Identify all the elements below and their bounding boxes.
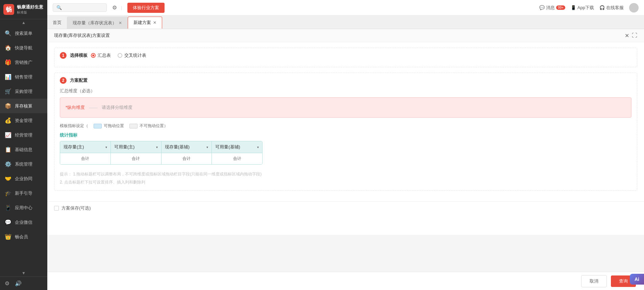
sidebar-item-basic-info[interactable]: 📋 基础信息 (0, 142, 47, 157)
sidebar-item-search-menu[interactable]: 🔍 搜索菜单 (0, 26, 47, 41)
volume-icon[interactable]: 🔊 (15, 280, 22, 287)
phone-icon: 📱 (571, 5, 576, 10)
radio-cross-dot (118, 53, 122, 58)
sidebar-item-marketing[interactable]: 🎁 营销推广 (0, 55, 47, 70)
radio-summary[interactable]: 汇总表 (91, 52, 111, 58)
radio-cross[interactable]: 交叉统计表 (118, 52, 146, 58)
save-checkbox[interactable] (54, 206, 59, 211)
tab-new-plan[interactable]: 新建方案 ✕ (128, 17, 162, 29)
cancel-button[interactable]: 取消 (581, 275, 607, 287)
service-label: 在线客服 (606, 5, 624, 11)
home-icon: 🏠 (5, 45, 11, 51)
panel-expand-button[interactable]: ⛶ (632, 32, 637, 39)
section2-title: 方案配置 (70, 77, 88, 83)
dimension-required: *纵向维度 (66, 104, 85, 111)
sidebar-item-app-center[interactable]: 📱 应用中心 (0, 200, 47, 215)
metrics-col-0-chevron[interactable]: ▾ (105, 145, 107, 149)
ai-float-button[interactable]: Ai (630, 274, 644, 285)
sales-icon: 📊 (5, 74, 11, 80)
tab-home[interactable]: 首页 (47, 17, 67, 29)
sidebar-item-purchase[interactable]: 🛒 采购管理 (0, 84, 47, 99)
section1-header: 1 选择模板 汇总表 交叉统计表 (60, 52, 631, 59)
section2-header: 2 方案配置 (60, 77, 631, 84)
guide-icon: 🎓 (5, 190, 11, 196)
dimension-box[interactable]: *纵向维度 —— 请选择分组维度 (60, 97, 631, 118)
save-option: 方案保存(可选) (47, 201, 644, 215)
dimension-line: —— (89, 105, 98, 110)
app-edition: 标准版 (17, 10, 43, 15)
sidebar-item-quick-nav[interactable]: 🏠 快捷导航 (0, 41, 47, 55)
sidebar-item-sys-mgmt[interactable]: ⚙️ 系统管理 (0, 157, 47, 171)
user-avatar[interactable] (629, 3, 639, 13)
app-download-button[interactable]: 📱 App下载 (571, 5, 594, 11)
settings-icon[interactable]: ⚙ (5, 280, 9, 287)
metrics-col-0-label: 现存量(主) (64, 144, 84, 150)
legend-draggable-box (94, 124, 102, 128)
tab-new-plan-close[interactable]: ✕ (153, 20, 156, 25)
sidebar-item-newbie[interactable]: 🎓 新手引导 (0, 186, 47, 200)
metrics-title: 统计指标 (60, 132, 631, 138)
sidebar-item-wechat[interactable]: 💬 企业微信 (0, 215, 47, 229)
metrics-table-header: 现存量(主) ▾ 可用量(主) ▾ 现存量(基辅) ▾ (60, 141, 262, 153)
metrics-col-3-chevron[interactable]: ▾ (257, 145, 259, 149)
tab-home-label: 首页 (53, 20, 61, 26)
panel-close-button[interactable]: ✕ (625, 32, 629, 39)
logo-icon: 畅 (3, 4, 14, 15)
metrics-col-1-chevron[interactable]: ▾ (156, 145, 158, 149)
cart-icon: 🛒 (5, 88, 11, 95)
sidebar-item-enterprise[interactable]: 🤝 企业协同 (0, 171, 47, 186)
sidebar-item-sales[interactable]: 📊 销售管理 (0, 70, 47, 84)
sidebar-scroll-up[interactable]: ▲ (0, 19, 47, 26)
sidebar-item-label: 采购管理 (15, 89, 32, 95)
topbar: 🔍 ⚙ | 体验行业方案 💬 消息 99+ 📱 App下载 🎧 在线客服 (47, 0, 644, 16)
search-input[interactable] (64, 5, 98, 10)
content-area: ✕ ⛶ 现存量(库存状况表)方案设置 1 选择模板 汇总表 (47, 29, 644, 290)
tab-inventory-status[interactable]: 现存量（库存状况表） ✕ (67, 17, 128, 29)
section-config: 2 方案配置 汇总维度（必选） *纵向维度 —— 请选择分组维度 模板指标设定（ (54, 73, 637, 191)
settings-icon[interactable]: ⚙ (112, 4, 117, 11)
sidebar-item-inventory[interactable]: 📦 库存核算 (0, 99, 47, 113)
sidebar: 畅 畅康通好生意 标准版 ▲ 🔍 搜索菜单 🏠 快捷导航 🎁 营销推广 📊 销售… (0, 0, 47, 290)
online-service-button[interactable]: 🎧 在线客服 (599, 5, 624, 11)
radio-summary-dot (91, 53, 96, 58)
trial-button[interactable]: 体验行业方案 (127, 3, 165, 13)
tab-inventory-close[interactable]: ✕ (119, 21, 122, 25)
sidebar-item-label: 经营管理 (15, 132, 32, 138)
bottom-bar: 取消 查询 (47, 272, 644, 290)
sidebar-item-operations[interactable]: 📈 经营管理 (0, 128, 47, 142)
metrics-col-3-label: 可用量(基辅) (215, 144, 240, 150)
radio-summary-label: 汇总表 (98, 52, 111, 58)
message-button[interactable]: 💬 消息 99+ (539, 5, 565, 11)
wechat-icon: 💬 (5, 219, 11, 225)
metrics-config-label: 模板指标设定（ (60, 123, 88, 129)
sidebar-item-finance[interactable]: 💰 资金管理 (0, 113, 47, 128)
search-icon: 🔍 (5, 30, 11, 37)
sidebar-nav: 🔍 搜索菜单 🏠 快捷导航 🎁 营销推广 📊 销售管理 🛒 采购管理 📦 库存核… (0, 26, 47, 270)
app-logo: 畅 畅康通好生意 标准版 (0, 0, 47, 19)
sidebar-scroll-down[interactable]: ▼ (0, 270, 47, 276)
tab-inventory-label: 现存量（库存状况表） (73, 20, 117, 26)
topbar-search-box[interactable]: 🔍 (53, 3, 107, 12)
section-template: 1 选择模板 汇总表 交叉统计表 (54, 48, 637, 67)
metrics-cell-0: 合计 (60, 153, 111, 164)
crown-icon: 👑 (5, 234, 11, 240)
metrics-table: 现存量(主) ▾ 可用量(主) ▾ 现存量(基辅) ▾ (60, 141, 263, 165)
box-icon: 📦 (5, 103, 11, 109)
sidebar-item-label: 资金管理 (15, 118, 32, 124)
sidebar-item-label: 库存核算 (15, 103, 32, 109)
metrics-col-2: 现存量(基辅) ▾ (162, 141, 212, 153)
sidebar-item-label: 新手引导 (15, 190, 32, 196)
sidebar-item-member[interactable]: 👑 畅会员 (0, 229, 47, 244)
gear-icon: ⚙️ (5, 161, 11, 167)
metrics-col-0: 现存量(主) ▾ (60, 141, 111, 153)
metrics-cell-1: 合计 (111, 153, 162, 164)
metrics-col-2-chevron[interactable]: ▾ (206, 145, 208, 149)
app-download-label: App下载 (577, 5, 594, 11)
sidebar-item-label: 应用中心 (15, 205, 32, 211)
metrics-cell-3: 合计 (212, 153, 262, 164)
dimension-placeholder: 请选择分组维度 (102, 104, 132, 111)
hint-1: 提示： 1.拖动标题栏可以调整布局，不可跨维度或指标区域拖动栏目字段(只能在同一… (60, 170, 631, 178)
metrics-table-body: 合计 合计 合计 合计 (60, 153, 262, 164)
panel-controls: ✕ ⛶ (625, 32, 637, 39)
metrics-col-2-label: 现存量(基辅) (165, 144, 190, 150)
